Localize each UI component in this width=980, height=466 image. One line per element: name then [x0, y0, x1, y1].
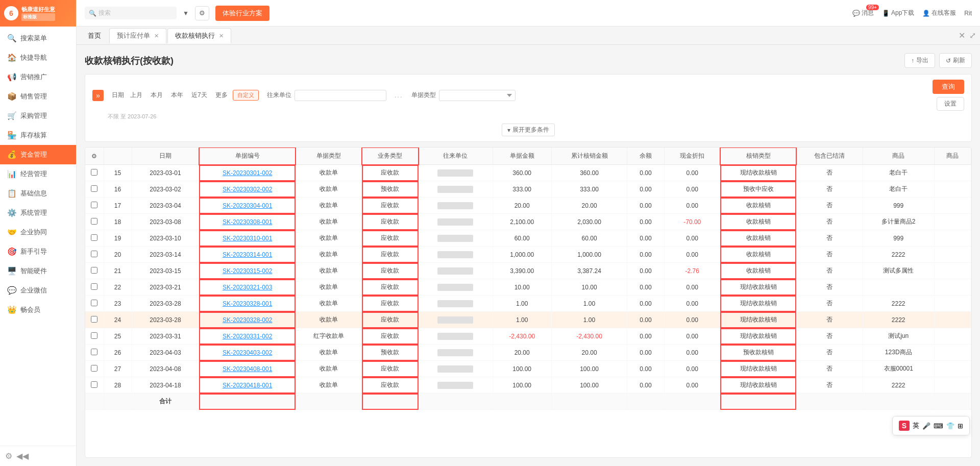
row-checkbox-1[interactable]	[91, 185, 97, 192]
row-checkbox-9[interactable]	[91, 316, 97, 323]
cell-bill-no-5[interactable]: SK-20230314-001	[199, 247, 296, 263]
close-tab-prepay[interactable]: ✕	[154, 33, 159, 39]
row-checkbox-13[interactable]	[91, 381, 97, 388]
cell-checkbox-12[interactable]	[85, 361, 104, 377]
messages-link[interactable]: 💬 消息 99+	[852, 9, 874, 17]
bill-no-link-2[interactable]: SK-20230304-001	[223, 202, 272, 209]
row-checkbox-11[interactable]	[91, 349, 97, 355]
bill-no-link-9[interactable]: SK-20230328-002	[223, 316, 272, 324]
cell-bill-no-12[interactable]: SK-20230408-001	[199, 361, 296, 377]
sidebar-item-capital[interactable]: 💰资金管理	[0, 145, 76, 164]
cell-bill-no-3[interactable]: SK-20230308-001	[199, 214, 296, 230]
sidebar-item-enterprise[interactable]: 🤝企业协同	[0, 223, 76, 242]
cell-bill-no-10[interactable]: SK-20230331-002	[199, 328, 296, 345]
row-checkbox-3[interactable]	[91, 218, 97, 225]
sidebar-item-vip[interactable]: 👑畅会员	[0, 300, 76, 320]
bill-no-link-10[interactable]: SK-20230331-002	[223, 333, 272, 340]
sidebar-item-wechat[interactable]: 💬企业微信	[0, 281, 76, 300]
cell-bill-no-6[interactable]: SK-20230315-002	[199, 263, 296, 279]
partner-input[interactable]	[295, 90, 386, 101]
cell-bill-no-7[interactable]: SK-20230321-003	[199, 279, 296, 296]
expand-more-conditions-btn[interactable]: ▾ 展开更多条件	[502, 124, 555, 136]
col-header-verify-type[interactable]: 核销类型	[720, 148, 796, 165]
cell-bill-no-13[interactable]: SK-20230418-001	[199, 377, 296, 394]
filter-expand-left-btn[interactable]: »	[92, 90, 104, 101]
more-date-btn[interactable]: 更多	[212, 90, 231, 101]
tab-prepay[interactable]: 预计应付单✕	[109, 28, 166, 43]
sidebar-item-operation[interactable]: 📊经营管理	[0, 164, 76, 184]
bill-no-link-4[interactable]: SK-20230310-001	[223, 235, 272, 242]
col-header-settings[interactable]: ⚙	[85, 148, 104, 165]
cell-checkbox-0[interactable]	[85, 165, 104, 181]
close-tab-collection[interactable]: ✕	[219, 33, 224, 39]
sidebar-item-system[interactable]: ⚙️系统管理	[0, 203, 76, 223]
filter-setting-btn[interactable]: 设置	[937, 97, 964, 111]
export-btn[interactable]: ↑ 导出	[904, 53, 935, 68]
cell-bill-no-2[interactable]: SK-20230304-001	[199, 198, 296, 214]
sidebar-item-quick-nav[interactable]: 🏠快捷导航	[0, 48, 76, 67]
settings-icon[interactable]: ⚙	[5, 451, 12, 461]
last-7days-btn[interactable]: 近7天	[188, 90, 210, 101]
cell-checkbox-13[interactable]	[85, 377, 104, 394]
col-header-biz-type[interactable]: 业务类型	[362, 148, 418, 165]
cell-bill-no-1[interactable]: SK-20230302-002	[199, 181, 296, 198]
sidebar-item-stock[interactable]: 🏪库存核算	[0, 126, 76, 145]
col-header-bill-type[interactable]: 单据类型	[296, 148, 362, 165]
col-header-amount[interactable]: 单据金额	[493, 148, 551, 165]
sidebar-item-basic[interactable]: 📋基础信息	[0, 184, 76, 203]
solution-btn[interactable]: 体验行业方案	[215, 6, 270, 21]
col-header-cash-discount[interactable]: 现金折扣	[664, 148, 720, 165]
col-header-product[interactable]: 商品	[863, 148, 934, 165]
cell-checkbox-11[interactable]	[85, 345, 104, 361]
row-checkbox-8[interactable]	[91, 300, 97, 306]
collapse-icon[interactable]: ◀◀	[16, 451, 29, 461]
col-header-bill-no[interactable]: 单据编号	[199, 148, 296, 165]
bill-no-link-13[interactable]: SK-20230418-001	[223, 382, 272, 389]
tab-home[interactable]: 首页	[81, 28, 108, 43]
col-header-partner[interactable]: 往来单位	[419, 148, 493, 165]
app-download-link[interactable]: 📱 App下载	[882, 9, 914, 17]
row-checkbox-0[interactable]	[91, 169, 97, 176]
bill-no-link-12[interactable]: SK-20230408-001	[223, 365, 272, 373]
this-month-btn[interactable]: 本月	[148, 90, 166, 101]
sidebar-item-guide[interactable]: 🎯新手引导	[0, 242, 76, 261]
col-header-product2[interactable]: 商品	[934, 148, 971, 165]
cell-bill-no-11[interactable]: SK-20230403-002	[199, 345, 296, 361]
topbar-dropdown[interactable]: ▼	[183, 10, 189, 17]
topbar-settings-btn[interactable]: ⚙	[195, 6, 209, 20]
tab-collection[interactable]: 收款核销执行✕	[167, 28, 231, 43]
topbar-search[interactable]: 🔍 搜索	[85, 7, 177, 19]
expand-tab-btn[interactable]: ⤢	[969, 31, 976, 40]
sidebar-item-purchase[interactable]: 🛒采购管理	[0, 106, 76, 126]
col-header-balance[interactable]: 余额	[627, 148, 664, 165]
row-checkbox-2[interactable]	[91, 202, 97, 208]
user-profile[interactable]: Rit	[964, 10, 972, 17]
row-checkbox-6[interactable]	[91, 267, 97, 274]
cell-bill-no-4[interactable]: SK-20230310-001	[199, 230, 296, 247]
cell-checkbox-5[interactable]	[85, 247, 104, 263]
row-checkbox-10[interactable]	[91, 332, 97, 339]
this-year-btn[interactable]: 本年	[168, 90, 186, 101]
customer-service-link[interactable]: 👤 在线客服	[922, 9, 956, 17]
sidebar-item-marketing[interactable]: 📢营销推广	[0, 67, 76, 87]
sidebar-item-hardware[interactable]: 🖥️智能硬件	[0, 261, 76, 281]
bill-type-select[interactable]	[439, 90, 516, 101]
row-checkbox-5[interactable]	[91, 251, 97, 257]
col-header-include-settled[interactable]: 包含已结清	[796, 148, 863, 165]
cell-checkbox-10[interactable]	[85, 328, 104, 345]
row-checkbox-4[interactable]	[91, 234, 97, 241]
query-btn[interactable]: 查询	[933, 80, 964, 94]
keyboard-icon[interactable]: ⌨	[934, 422, 943, 430]
bill-no-link-8[interactable]: SK-20230328-001	[223, 300, 272, 307]
bill-no-link-0[interactable]: SK-20230301-002	[223, 169, 272, 177]
cell-checkbox-2[interactable]	[85, 198, 104, 214]
cell-checkbox-1[interactable]	[85, 181, 104, 198]
cell-checkbox-7[interactable]	[85, 279, 104, 296]
row-checkbox-7[interactable]	[91, 283, 97, 290]
custom-date-btn[interactable]: 自定义	[233, 90, 259, 101]
bill-no-link-5[interactable]: SK-20230314-001	[223, 251, 272, 258]
sidebar-item-sales[interactable]: 📦销售管理	[0, 87, 76, 106]
bill-no-link-1[interactable]: SK-20230302-002	[223, 186, 272, 193]
row-checkbox-12[interactable]	[91, 365, 97, 372]
sidebar-item-search[interactable]: 🔍搜索菜单	[0, 29, 76, 48]
